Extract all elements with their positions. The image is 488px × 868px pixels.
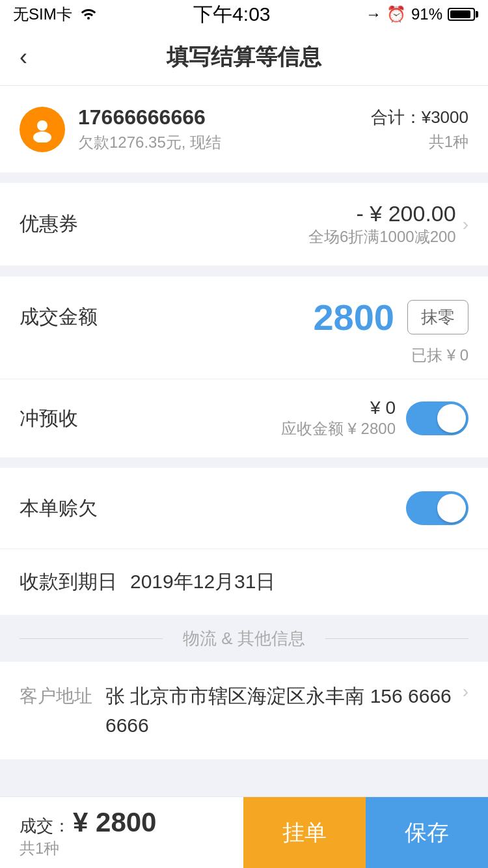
status-bar: 无SIM卡 下午4:03 → ⏰ 91% — [0, 0, 488, 29]
toggle-knob — [437, 404, 466, 433]
total-label: 合计：¥3000 — [371, 106, 468, 129]
bottom-total-price: ¥ 2800 — [73, 807, 156, 838]
amount-label: 成交金额 — [20, 304, 98, 331]
date-value: 2019年12月31日 — [130, 569, 275, 595]
prepaid-label: 冲预收 — [20, 405, 78, 432]
address-value: 张 北京市市辖区海淀区永丰南 156 6666 6666 — [105, 681, 463, 740]
debt-toggle-knob — [437, 494, 466, 522]
battery-icon — [448, 8, 475, 21]
nav-bar: ‹ 填写结算等信息 — [0, 29, 488, 86]
status-time: 下午4:03 — [193, 1, 270, 28]
user-card: 17666666666 欠款1276.35元, 现结 合计：¥3000 共1种 — [0, 86, 488, 172]
svg-point-1 — [33, 131, 51, 142]
hang-button[interactable]: 挂单 — [243, 797, 366, 869]
bottom-summary: 成交： ¥ 2800 共1种 — [0, 807, 243, 859]
address-chevron-icon: › — [463, 681, 468, 702]
avatar — [20, 107, 65, 152]
logistics-divider: 物流 & 其他信息 — [0, 615, 488, 662]
amount-value: 2800 — [313, 296, 394, 338]
back-button[interactable]: ‹ — [20, 44, 27, 71]
prepaid-row: 冲预收 ¥ 0 应收金额 ¥ 2800 — [0, 379, 488, 457]
round-button[interactable]: 抹零 — [407, 300, 468, 334]
status-left: 无SIM卡 — [13, 4, 98, 25]
page-title: 填写结算等信息 — [167, 42, 321, 72]
debt-section: 本单赊欠 收款到期日 2019年12月31日 — [0, 468, 488, 615]
debt-toggle[interactable] — [406, 491, 468, 525]
coupon-subtext: 全场6折满1000减200 — [308, 226, 456, 247]
carrier-text: 无SIM卡 — [13, 4, 72, 25]
alarm-icon: ⏰ — [386, 5, 406, 23]
amount-section: 成交金额 2800 抹零 已抹 ¥ 0 冲预收 ¥ 0 应收金额 ¥ 2800 — [0, 277, 488, 457]
amount-sub: 已抹 ¥ 0 — [0, 345, 488, 379]
wifi-icon — [79, 5, 98, 23]
debt-label: 本单赊欠 — [20, 495, 98, 522]
date-row: 收款到期日 2019年12月31日 — [0, 549, 488, 615]
user-phone: 17666666666 — [78, 105, 221, 129]
prepaid-sub: 应收金额 ¥ 2800 — [281, 418, 396, 439]
coupon-row[interactable]: 优惠券 - ¥ 200.00 全场6折满1000减200 › — [0, 183, 488, 266]
status-right: → ⏰ 91% — [366, 5, 475, 23]
save-button[interactable]: 保存 — [366, 797, 488, 869]
total-count: 共1种 — [371, 131, 468, 152]
user-subtext: 欠款1276.35元, 现结 — [78, 132, 221, 153]
bottom-total-label: 成交： — [20, 815, 70, 837]
coupon-chevron-icon: › — [463, 214, 468, 235]
coupon-amount: - ¥ 200.00 — [308, 201, 456, 226]
section-gap-1 — [0, 266, 488, 277]
coupon-label: 优惠券 — [20, 211, 78, 237]
section-gap-2 — [0, 457, 488, 468]
date-label: 收款到期日 — [20, 569, 117, 595]
location-icon: → — [366, 5, 381, 23]
battery-percent: 91% — [411, 5, 442, 23]
address-row[interactable]: 客户地址 张 北京市市辖区海淀区永丰南 156 6666 6666 › — [0, 662, 488, 759]
bottom-bar: 成交： ¥ 2800 共1种 挂单 保存 — [0, 796, 488, 868]
prepaid-amount: ¥ 0 — [281, 398, 396, 418]
prepaid-toggle[interactable] — [406, 401, 468, 435]
svg-point-0 — [37, 120, 47, 131]
address-key: 客户地址 — [20, 681, 92, 709]
logistics-text: 物流 & 其他信息 — [170, 627, 318, 650]
bottom-count: 共1种 — [20, 838, 224, 859]
